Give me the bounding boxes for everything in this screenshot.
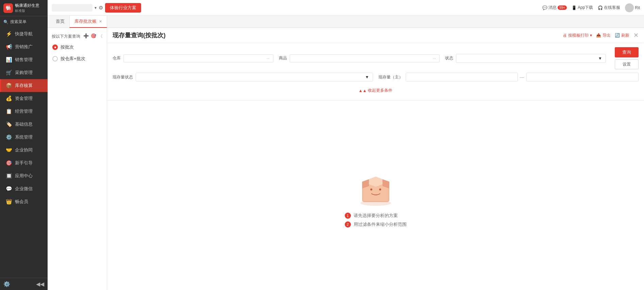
print-icon: 🖨 [563,33,567,38]
filter-item-warehouse-batch[interactable]: 按仓库+批次 [48,53,107,65]
sidebar-search[interactable]: 🔍 搜索菜单 [0,16,48,28]
chevron-up-icon: ▲▲ [359,88,367,93]
sales-icon: 📊 [6,57,12,63]
stock-status-label: 现存量状态 [113,74,133,80]
sidebar-item-label: 经营管理 [15,108,33,114]
sidebar-item-quicknav[interactable]: ⚡ 快捷导航 [0,28,48,40]
refresh-btn[interactable]: 🔄 刷新 [615,33,629,38]
experience-btn[interactable]: 体验行业方案 [105,3,141,13]
sidebar-item-label: 采购管理 [15,70,33,76]
stock-qty-max-input[interactable] [526,73,639,81]
search-input[interactable] [52,4,92,12]
sidebar-item-finance[interactable]: 💰 资金管理 [0,92,48,105]
export-btn[interactable]: 📤 导出 [596,33,611,38]
filter-item-batch[interactable]: 按批次 [48,41,107,53]
settings-icon[interactable]: ⚙️ [3,281,10,287]
status-label: 状态 [445,55,453,61]
sidebar-item-sales[interactable]: 📊 销售管理 [0,53,48,66]
goods-field: 商品 ··· [279,54,440,62]
sidebar-item-marketing[interactable]: 📢 营销推广 [0,40,48,53]
online-service-label: 在线客服 [604,5,620,11]
app-download-item[interactable]: 📱 App下载 [572,5,593,11]
filter-row-2: 现存量状态 ▼ 现存量（主） — [113,73,639,81]
app-center-icon: 🔲 [6,173,12,179]
empty-content: 1 请先选择要分析的方案 2 用过滤条件来缩小分析范围 [345,163,407,228]
newbie-icon: 🎯 [6,160,12,166]
dropdown-arrow-icon[interactable]: ▾ [95,5,97,10]
header-actions: 🖨 按模板打印 ▾ 📤 导出 🔄 刷新 ✕ [563,32,639,39]
stock-qty-range: — [406,73,639,81]
tab-close-icon[interactable]: ✕ [99,19,102,24]
tab-home-label: 首页 [56,18,65,24]
target-icon[interactable]: 🎯 [91,33,96,39]
content-area: 按以下方案查询 ➕ 🎯 《 按批次 按仓库+批次 [48,28,644,290]
stock-status-field: 现存量状态 ▼ [113,73,373,81]
print-btn[interactable]: 🖨 按模板打印 ▾ [563,33,592,38]
export-icon: 📤 [596,33,601,38]
refresh-label: 刷新 [621,33,629,38]
sidebar-item-label: 销售管理 [15,57,33,63]
tabbar: 首页 库存批次账 ✕ [48,16,644,28]
tab-home[interactable]: 首页 [51,16,69,28]
headset-icon: 🎧 [598,5,603,10]
goods-input[interactable]: ··· [290,54,440,62]
app-download-label: App下载 [578,5,593,11]
status-field: 状态 ▼ [445,54,606,63]
warehouse-input[interactable]: ··· [123,54,273,62]
message-label: 消息 [548,5,557,11]
sidebar-item-wechat[interactable]: 💬 企业微信 [0,182,48,195]
stock-status-select[interactable]: ▼ [136,73,373,81]
setting-button[interactable]: 设置 [615,59,639,69]
goods-label: 商品 [279,55,287,61]
sidebar-item-system[interactable]: ⚙️ 系统管理 [0,131,48,144]
sidebar-item-label: 库存核算 [15,83,33,89]
hint-num-2: 2 [345,221,351,228]
page-title: 现存量查询(按批次) [113,31,166,39]
sidebar-item-enterprise[interactable]: 🤝 企业协同 [0,144,48,157]
marketing-icon: 📢 [6,44,12,50]
topbar-left: ▾ ⚙ 体验行业方案 [52,3,540,13]
nav-icon: ⚡ [6,31,12,37]
purchase-icon: 🛒 [6,70,12,76]
sidebar-item-member[interactable]: 👑 畅会员 [0,195,48,208]
online-service-item[interactable]: 🎧 在线客服 [598,5,620,11]
empty-illustration [354,163,398,207]
search-filters: 仓库 ··· 商品 ··· 状态 [107,43,644,101]
add-icon[interactable]: ➕ [83,33,89,39]
filter-row-1: 仓库 ··· 商品 ··· 状态 [113,47,639,69]
tab-inventory-batch[interactable]: 库存批次账 ✕ [69,15,107,28]
empty-hint-1: 1 请先选择要分析的方案 [345,213,407,219]
query-button[interactable]: 查询 [615,47,639,57]
close-panel-icon[interactable]: ✕ [633,32,639,39]
sidebar-item-purchase[interactable]: 🛒 采购管理 [0,66,48,79]
stock-status-dropdown-icon: ▼ [365,75,369,79]
stock-qty-label: 现存量（主） [378,74,403,80]
collapse-sidebar-icon[interactable]: ◀◀ [36,281,44,287]
status-select[interactable]: ▼ [456,54,606,63]
warehouse-field: 仓库 ··· [113,54,273,62]
sidebar-item-operations[interactable]: 📋 经营管理 [0,105,48,118]
stock-qty-dash: — [520,75,524,80]
gear-icon[interactable]: ⚙ [99,5,103,11]
phone-icon: 📱 [572,5,577,10]
radio-inactive-icon [52,56,58,61]
hint-num-1: 1 [345,213,351,219]
sidebar-item-label: 新手引导 [15,160,33,166]
filter-panel: 按以下方案查询 ➕ 🎯 《 按批次 按仓库+批次 [48,28,107,290]
sidebar-item-basic[interactable]: 🏷️ 基础信息 [0,118,48,131]
user-item[interactable]: Rit [625,3,640,12]
stock-qty-min-input[interactable] [406,73,518,81]
message-icon: 💬 [542,5,547,10]
warehouse-more-icon: ··· [267,56,270,60]
collapse-btn[interactable]: ▲▲ 收起更多条件 [113,85,639,96]
sidebar-item-newbie[interactable]: 🎯 新手引导 [0,157,48,169]
print-dropdown-icon: ▾ [590,33,592,38]
topbar-right: 💬 消息 99+ 📱 App下载 🎧 在线客服 Rit [542,3,640,12]
message-item[interactable]: 💬 消息 99+ [542,5,567,11]
collapse-filter-icon[interactable]: 《 [98,33,103,39]
member-icon: 👑 [6,199,12,205]
sidebar-item-inventory[interactable]: 📦 库存核算 [0,79,48,92]
system-icon: ⚙️ [6,134,12,140]
sidebar-item-app-center[interactable]: 🔲 应用中心 [0,169,48,182]
enterprise-icon: 🤝 [6,147,12,153]
